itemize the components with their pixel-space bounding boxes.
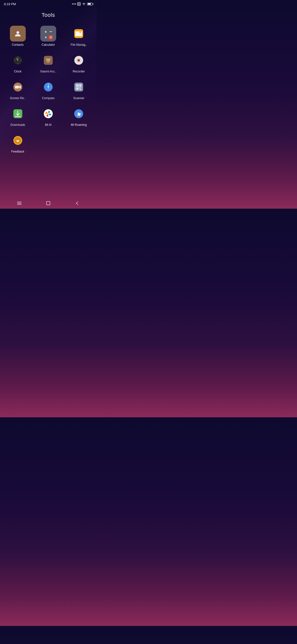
- battery-icon: [87, 3, 93, 6]
- scanner-label: Scanner: [73, 96, 84, 100]
- app-compass[interactable]: N Compass: [33, 76, 63, 103]
- app-scanner[interactable]: Scanner: [64, 76, 94, 103]
- miai-label: Mi AI: [45, 123, 52, 126]
- app-xiaomi[interactable]: Xiaomi Acc..: [33, 50, 63, 76]
- svg-rect-60: [80, 89, 82, 90]
- recorder-icon: [71, 52, 87, 68]
- nav-back-button[interactable]: [75, 200, 80, 206]
- app-screenrecorder[interactable]: Screen Re..: [3, 76, 33, 103]
- svg-point-31: [48, 61, 49, 61]
- feedback-label: Feedback: [11, 150, 24, 153]
- compass-icon: N: [40, 79, 56, 95]
- clock-label: Clock: [14, 70, 22, 73]
- svg-point-30: [49, 60, 49, 60]
- contacts-icon: [10, 26, 26, 42]
- feedback-icon: [10, 132, 26, 148]
- calculator-icon: + − × =: [40, 26, 56, 42]
- screenrecorder-label: Screen Re..: [10, 96, 26, 100]
- svg-rect-59: [79, 89, 80, 90]
- svg-rect-72: [47, 202, 50, 205]
- downloads-label: Downloads: [11, 123, 25, 126]
- app-feedback[interactable]: Feedback: [3, 130, 33, 156]
- svg-rect-57: [79, 88, 80, 89]
- signal-icon: [72, 4, 76, 4]
- recorder-label: Recorder: [73, 70, 85, 73]
- app-calculator[interactable]: + − × = Calculator: [33, 23, 63, 50]
- app-miai[interactable]: Mi AI: [33, 103, 63, 130]
- calculator-label: Calculator: [42, 43, 55, 46]
- filemanager-label: File Manag..: [71, 43, 87, 46]
- sim-icon: [77, 2, 81, 6]
- xiaomi-icon: [40, 52, 56, 68]
- svg-rect-56: [81, 87, 81, 88]
- nav-menu-button[interactable]: [17, 200, 22, 206]
- miroaming-label: Mi Roaming: [71, 123, 87, 126]
- home-icon: [46, 200, 51, 206]
- menu-icon: [17, 200, 22, 206]
- app-clock[interactable]: Clock: [3, 50, 33, 76]
- contacts-label: Contacts: [12, 43, 24, 46]
- apps-grid: Contacts + − × = Calculator File Manag..: [0, 23, 97, 156]
- svg-rect-51: [77, 85, 78, 86]
- app-contacts[interactable]: Contacts: [3, 23, 33, 50]
- svg-rect-9: [80, 32, 81, 32]
- downloads-icon: [10, 106, 26, 122]
- app-recorder[interactable]: Recorder: [64, 50, 94, 76]
- status-icons: [72, 2, 93, 6]
- scanner-icon: [71, 79, 87, 95]
- compass-label: Compass: [42, 96, 55, 100]
- app-downloads[interactable]: Downloads: [3, 103, 33, 130]
- svg-rect-7: [76, 32, 79, 33]
- svg-rect-39: [15, 86, 19, 88]
- svg-rect-53: [77, 88, 78, 89]
- page-title: Tools: [0, 12, 97, 18]
- miroaming-icon: [71, 106, 87, 122]
- svg-point-37: [78, 60, 80, 61]
- svg-rect-10: [80, 32, 81, 32]
- xiaomi-label: Xiaomi Acc..: [40, 70, 57, 73]
- miai-icon: [40, 106, 56, 122]
- svg-point-46: [48, 86, 49, 87]
- svg-point-65: [48, 113, 49, 114]
- back-icon: [75, 200, 80, 206]
- status-bar: 8:19 PM: [0, 0, 97, 7]
- app-filemanager[interactable]: File Manag..: [64, 23, 94, 50]
- svg-point-4: [16, 31, 19, 34]
- nav-bar: [0, 198, 97, 209]
- svg-point-20: [18, 60, 18, 60]
- app-miroaming[interactable]: Mi Roaming: [64, 103, 94, 130]
- svg-point-29: [47, 60, 48, 60]
- svg-point-8: [80, 32, 81, 33]
- svg-rect-55: [80, 87, 80, 88]
- svg-rect-58: [80, 88, 81, 89]
- svg-text:N: N: [48, 83, 49, 84]
- status-time: 8:19 PM: [4, 2, 16, 6]
- filemanager-icon: [71, 26, 87, 42]
- clock-icon: [10, 52, 26, 68]
- svg-rect-47: [74, 82, 83, 92]
- nav-home-button[interactable]: [46, 200, 51, 206]
- wifi-icon: [82, 2, 86, 6]
- svg-rect-54: [79, 87, 80, 88]
- screenrecorder-icon: [10, 79, 26, 95]
- svg-rect-52: [80, 85, 81, 86]
